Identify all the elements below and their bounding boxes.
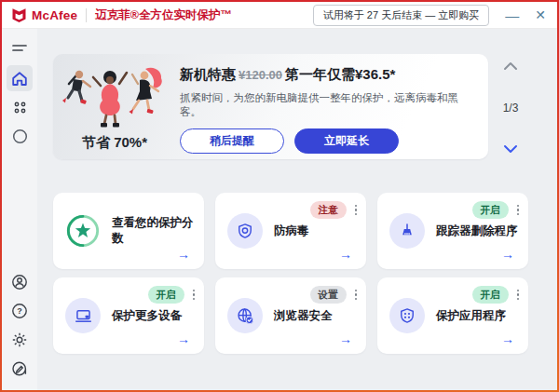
card-title: 查看您的保护分数 <box>112 215 204 247</box>
account-icon[interactable] <box>7 269 33 295</box>
feature-card[interactable]: 开启 保护更多设备 → <box>53 277 204 354</box>
savings-label: 节省 70%* <box>82 134 147 152</box>
card-title: 跟踪器删除程序 <box>436 223 518 239</box>
mcafee-window: McAfee 迈克菲®全方位实时保护™ 试用将于 27 天后结束 — 立即购买 … <box>2 2 557 390</box>
arrow-right-icon[interactable]: → <box>177 331 190 346</box>
header-divider <box>86 8 87 22</box>
card-title: 浏览器安全 <box>274 308 333 324</box>
minimize-button[interactable]: — <box>505 8 519 22</box>
carousel-page-indicator: 1/3 <box>503 101 519 115</box>
chevron-up-icon[interactable] <box>503 61 518 71</box>
feature-cards-grid: 查看您的保护分数 → 注意 防病毒 → 开启 跟踪器删除程序 → 开启 <box>53 193 542 354</box>
remind-later-button[interactable]: 稍后提醒 <box>180 128 284 154</box>
feature-card[interactable]: 开启 保护应用程序 → <box>377 277 528 354</box>
feature-card[interactable]: 开启 跟踪器删除程序 → <box>377 193 528 269</box>
arrow-right-icon[interactable]: → <box>339 331 352 346</box>
apps-icon <box>389 298 425 333</box>
banner-description: 抓紧时间，为您的新电脑提供一整年的保护，远离病毒和黑客。 <box>180 91 479 119</box>
chevron-down-icon[interactable] <box>503 144 518 154</box>
help-icon[interactable]: ? <box>7 298 33 324</box>
feature-card[interactable]: 设置 浏览器安全 → <box>215 277 366 354</box>
main-content: 节省 70%* 新机特惠¥120.00第一年仅需¥36.5* 抓紧时间，为您的新… <box>37 29 557 390</box>
title-bar: McAfee 迈克菲®全方位实时保护™ 试用将于 27 天后结束 — 立即购买 … <box>2 2 557 29</box>
brand-name: McAfee <box>32 8 77 22</box>
old-price: ¥120.00 <box>239 68 282 82</box>
sidebar: ? <box>2 29 37 390</box>
feature-card[interactable]: 查看您的保护分数 → <box>53 193 204 269</box>
arrow-right-icon[interactable]: → <box>501 331 514 346</box>
card-title: 保护应用程序 <box>436 308 506 324</box>
circle-icon[interactable] <box>7 123 33 149</box>
close-button[interactable]: ✕ <box>535 8 546 21</box>
feature-card[interactable]: 注意 防病毒 → <box>215 193 366 269</box>
mcafee-shield-icon <box>11 7 27 23</box>
menu-icon[interactable] <box>7 36 33 62</box>
grid-icon[interactable] <box>7 94 33 120</box>
jumping-people-illustration <box>60 63 170 132</box>
kebab-menu-icon[interactable] <box>353 204 360 217</box>
promo-banner: 节省 70%* 新机特惠¥120.00第一年仅需¥36.5* 抓紧时间，为您的新… <box>53 54 488 159</box>
arrow-right-icon[interactable]: → <box>339 247 352 262</box>
card-title: 防病毒 <box>274 223 309 239</box>
banner-title: 新机特惠¥120.00第一年仅需¥36.5* <box>180 66 479 84</box>
kebab-menu-icon[interactable] <box>353 289 360 302</box>
extend-now-button[interactable]: 立即延长 <box>294 128 399 154</box>
mcafee-logo: McAfee <box>11 7 77 23</box>
card-title: 保护更多设备 <box>112 308 182 324</box>
settings-icon[interactable] <box>7 327 33 353</box>
home-icon[interactable] <box>7 65 33 91</box>
window-frame: McAfee 迈克菲®全方位实时保护™ 试用将于 27 天后结束 — 立即购买 … <box>0 0 559 392</box>
svg-text:?: ? <box>17 306 22 316</box>
status-badge: 注意 <box>310 201 347 219</box>
arrow-right-icon[interactable]: → <box>177 247 190 262</box>
banner-title-suffix: 第一年仅需¥36.5* <box>285 66 395 82</box>
laptop-icon <box>65 298 101 333</box>
product-title: 迈克菲®全方位实时保护™ <box>95 7 232 23</box>
star-icon <box>65 213 101 249</box>
arrow-right-icon[interactable]: → <box>501 247 514 262</box>
banner-carousel-controls: 1/3 <box>488 54 533 159</box>
shield-icon <box>227 213 263 249</box>
kebab-menu-icon[interactable] <box>515 289 522 302</box>
banner-title-prefix: 新机特惠 <box>180 66 236 82</box>
globe-icon <box>227 298 263 333</box>
broom-icon <box>389 213 425 249</box>
feedback-icon[interactable] <box>7 356 33 382</box>
kebab-menu-icon[interactable] <box>191 289 198 302</box>
trial-buy-button[interactable]: 试用将于 27 天后结束 — 立即购买 <box>313 5 489 26</box>
